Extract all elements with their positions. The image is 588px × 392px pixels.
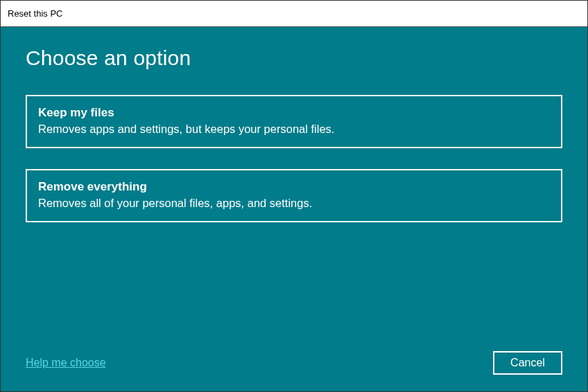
option-description: Removes all of your personal files, apps… <box>38 197 550 210</box>
footer: Help me choose Cancel <box>26 351 562 375</box>
window-title: Reset this PC <box>8 8 62 19</box>
option-keep-my-files[interactable]: Keep my files Removes apps and settings,… <box>26 95 562 148</box>
help-me-choose-link[interactable]: Help me choose <box>26 357 106 369</box>
title-bar: Reset this PC <box>1 1 587 27</box>
content-area: Choose an option Keep my files Removes a… <box>1 27 587 391</box>
option-remove-everything[interactable]: Remove everything Removes all of your pe… <box>26 169 562 222</box>
cancel-button[interactable]: Cancel <box>493 351 562 375</box>
page-heading: Choose an option <box>26 46 562 70</box>
option-title: Keep my files <box>38 106 550 120</box>
option-title: Remove everything <box>38 180 550 194</box>
option-description: Removes apps and settings, but keeps you… <box>38 123 550 136</box>
options-container: Keep my files Removes apps and settings,… <box>26 95 562 222</box>
